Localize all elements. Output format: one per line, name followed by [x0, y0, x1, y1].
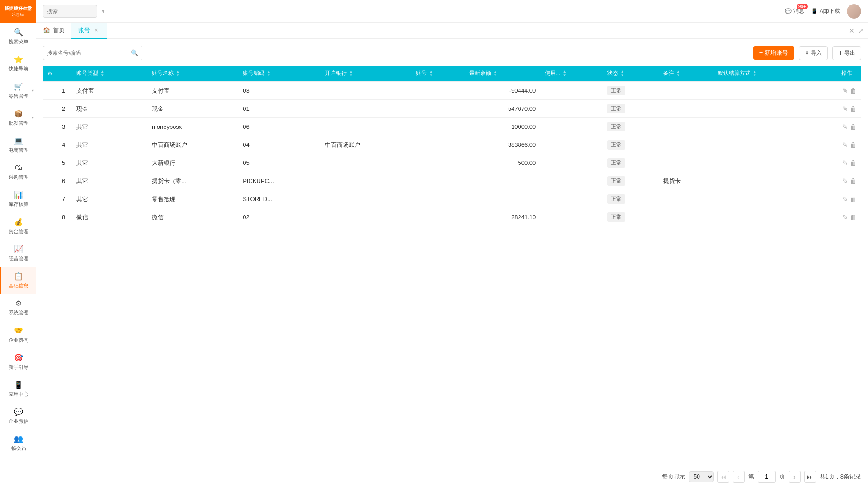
- row-bank: [321, 100, 411, 118]
- delete-icon[interactable]: 🗑: [850, 105, 857, 113]
- edit-icon[interactable]: ✎: [842, 159, 848, 167]
- row-action: ✎ 🗑: [811, 172, 861, 190]
- edit-icon[interactable]: ✎: [842, 87, 848, 94]
- row-usage: [540, 118, 603, 136]
- row-remark: [659, 208, 713, 226]
- row-balance: 383866.00: [465, 136, 540, 154]
- edit-icon[interactable]: ✎: [842, 177, 848, 185]
- edit-icon[interactable]: ✎: [842, 123, 848, 131]
- topbar-search-input[interactable]: [43, 5, 97, 18]
- sidebar-item-purchase[interactable]: 🛍 采购管理: [0, 158, 36, 185]
- row-default-pay: [713, 136, 811, 154]
- first-page-button[interactable]: ⏮: [717, 471, 729, 483]
- app-download-button[interactable]: 📱 App下载: [811, 7, 840, 15]
- sidebar-item-membership[interactable]: 👥 畅会员: [0, 429, 36, 456]
- row-account: [411, 208, 465, 226]
- th-bank[interactable]: 开户银行 ▲▼: [321, 66, 411, 82]
- search-nav-icon: 🔍: [14, 27, 24, 37]
- toolbar-right: + 新增账号 ⬇ 导入 ⬆ 导出: [753, 46, 861, 60]
- tab-account[interactable]: 账号 ×: [71, 23, 107, 39]
- row-code: 02: [238, 208, 321, 226]
- tab-home[interactable]: 🏠 首页: [36, 23, 71, 39]
- delete-icon[interactable]: 🗑: [850, 195, 857, 203]
- delete-icon[interactable]: 🗑: [850, 177, 857, 185]
- sidebar-item-label: 畅会员: [11, 445, 26, 452]
- delete-icon[interactable]: 🗑: [850, 159, 857, 167]
- per-page-select[interactable]: 50 100 200: [689, 471, 714, 482]
- wholesale-icon: 📦: [14, 108, 24, 118]
- delete-icon[interactable]: 🗑: [850, 141, 857, 149]
- sidebar-item-finance[interactable]: 💰 资金管理: [0, 212, 36, 239]
- sidebar-item-enterprise[interactable]: 🤝 企业协同: [0, 321, 36, 348]
- sidebar-item-label: 经营管理: [9, 255, 28, 262]
- sidebar-item-wholesale[interactable]: 📦 批发管理 ▾: [0, 104, 36, 131]
- avatar[interactable]: [847, 4, 861, 19]
- sidebar-item-label: 搜索菜单: [9, 38, 28, 45]
- close-tab-icon[interactable]: ✕: [849, 27, 854, 34]
- table-row: 8 微信 微信 02 28241.10 正常 ✎ 🗑: [43, 208, 861, 226]
- sidebar-item-corpwechat[interactable]: 💬 企业微信: [0, 402, 36, 429]
- th-account[interactable]: 账号 ▲▼: [411, 66, 465, 82]
- sidebar-item-system[interactable]: ⚙ 系统管理: [0, 294, 36, 321]
- import-button[interactable]: ⬇ 导入: [799, 46, 828, 60]
- message-button[interactable]: 💬 消息 99+: [785, 7, 804, 15]
- gear-icon[interactable]: ⚙: [47, 70, 52, 77]
- th-remark[interactable]: 备注 ▲▼: [659, 66, 713, 82]
- edit-icon[interactable]: ✎: [842, 105, 848, 113]
- row-num: 7: [57, 190, 72, 208]
- sidebar-item-ecommerce[interactable]: 💻 电商管理: [0, 131, 36, 158]
- app-icon: 📱: [811, 8, 818, 14]
- expand-icon[interactable]: ⤢: [858, 27, 863, 34]
- chevron-down-icon: ▾: [32, 115, 34, 120]
- table-row: 4 其它 中百商场账户 04 中百商场账户 383866.00 正常 ✎ 🗑: [43, 136, 861, 154]
- sidebar-item-operations[interactable]: 📈 经营管理: [0, 239, 36, 267]
- topbar-dropdown-icon[interactable]: ▾: [102, 8, 105, 14]
- sidebar-item-shortcut[interactable]: ⭐ 快捷导航: [0, 50, 36, 77]
- appcenter-icon: 📱: [14, 380, 24, 389]
- search-icon[interactable]: 🔍: [131, 49, 138, 56]
- row-code: PICKUPC...: [238, 172, 321, 190]
- row-type: 其它: [72, 172, 147, 190]
- th-default-pay[interactable]: 默认结算方式 ▲▼: [713, 66, 811, 82]
- row-name: 大新银行: [147, 154, 238, 172]
- edit-icon[interactable]: ✎: [842, 141, 848, 149]
- edit-icon[interactable]: ✎: [842, 195, 848, 203]
- delete-icon[interactable]: 🗑: [850, 213, 857, 221]
- page-input[interactable]: [758, 471, 776, 483]
- sidebar-item-newbie[interactable]: 🎯 新手引导: [0, 348, 36, 375]
- tab-close-button[interactable]: ×: [93, 27, 100, 34]
- edit-icon[interactable]: ✎: [842, 213, 848, 221]
- table-row: 5 其它 大新银行 05 500.00 正常 ✎ 🗑: [43, 154, 861, 172]
- sidebar-item-label: 系统管理: [9, 310, 28, 316]
- sidebar-item-basic[interactable]: 📋 基础信息: [0, 267, 36, 294]
- sort-account-icon: ▲▼: [429, 70, 433, 77]
- delete-icon[interactable]: 🗑: [850, 87, 857, 94]
- th-type[interactable]: 账号类型 ▲▼: [72, 66, 147, 82]
- row-action: ✎ 🗑: [811, 136, 861, 154]
- export-button[interactable]: ⬆ 导出: [832, 46, 861, 60]
- delete-icon[interactable]: 🗑: [850, 123, 857, 131]
- next-page-button[interactable]: ›: [789, 471, 801, 483]
- th-status[interactable]: 状态 ▲▼: [603, 66, 658, 82]
- sidebar-item-search[interactable]: 🔍 搜索菜单: [0, 23, 36, 50]
- last-page-button[interactable]: ⏭: [804, 471, 816, 483]
- th-usage[interactable]: 使用... ▲▼: [540, 66, 603, 82]
- th-num: [57, 66, 72, 82]
- search-input[interactable]: [47, 50, 131, 56]
- sidebar-item-retail[interactable]: 🛒 零售管理 ▾: [0, 77, 36, 104]
- th-code[interactable]: 账号编码 ▲▼: [238, 66, 321, 82]
- sort-status-icon: ▲▼: [621, 70, 624, 77]
- sidebar-item-appcenter[interactable]: 📱 应用中心: [0, 375, 36, 402]
- system-icon: ⚙: [14, 298, 24, 308]
- th-balance[interactable]: 最新余额 ▲▼: [465, 66, 540, 82]
- table-row: 3 其它 moneybosx 06 10000.00 正常 ✎ 🗑: [43, 118, 861, 136]
- row-default-pay: [713, 100, 811, 118]
- prev-page-button[interactable]: ‹: [733, 471, 745, 483]
- row-bank: [321, 208, 411, 226]
- sidebar-item-inventory[interactable]: 📊 库存核算: [0, 185, 36, 212]
- row-name: 中百商场账户: [147, 136, 238, 154]
- add-account-button[interactable]: + 新增账号: [753, 46, 794, 60]
- export-label: 导出: [844, 49, 855, 57]
- th-name[interactable]: 账号名称 ▲▼: [147, 66, 238, 82]
- app-download-label: App下载: [820, 7, 840, 15]
